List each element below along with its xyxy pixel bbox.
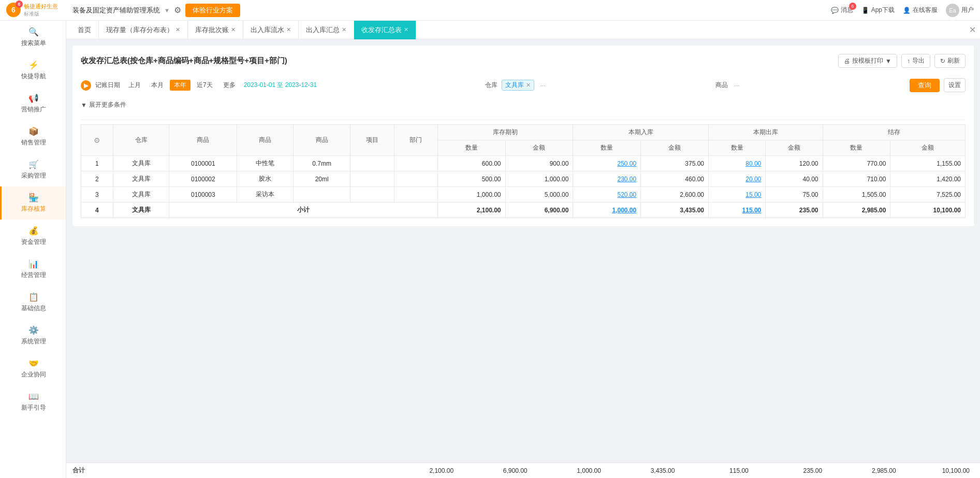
top-right-area: 💬 消息 6 📱 App下载 👤 在线客服 Ea 用户 (831, 4, 974, 17)
table-settings-icon[interactable]: ⚙ (94, 136, 100, 144)
page-card: 收发存汇总表(按仓库+商品编码+商品+规格型号+项目+部门) 🖨 按模板打印 ▼… (72, 46, 974, 226)
sidebar-item-system[interactable]: ⚙️ 系统管理 (0, 319, 66, 352)
query-button[interactable]: 查询 (910, 79, 940, 92)
sub-in-qty[interactable]: 1,000.00 (573, 202, 641, 218)
sidebar-item-management[interactable]: 📊 经营管理 (0, 253, 66, 286)
tab-summary[interactable]: 出入库汇总 ✕ (299, 21, 354, 39)
finance-icon: 💰 (28, 226, 39, 236)
phone-icon: 📱 (861, 7, 869, 14)
purchase-icon: 🛒 (28, 160, 39, 169)
content-area: 首页 现存量（库存分布表） ✕ 库存批次账 ✕ 出入库流水 ✕ 出入库汇总 ✕ … (66, 21, 980, 478)
footer-open-amt: 6,900.00 (458, 467, 531, 474)
logo-badge: 6 (16, 1, 23, 8)
sidebar-item-finance[interactable]: 💰 资金管理 (0, 220, 66, 253)
sys-title-arrow: ▼ (164, 7, 170, 13)
sidebar-item-inventory[interactable]: 🏪 库存核算 (0, 186, 66, 220)
sidebar-item-marketing[interactable]: 📢 营销推广 (0, 87, 66, 120)
date-buttons: 上月 本月 本年 近7天 更多 (124, 80, 240, 91)
refresh-icon: ↻ (940, 57, 945, 65)
date-btn-this-year[interactable]: 本年 (170, 80, 191, 91)
app-name: 畅捷通好生意 (24, 3, 58, 10)
tab-close-icon[interactable]: ✕ (175, 26, 180, 33)
warehouse-more-btn[interactable]: ··· (538, 82, 548, 89)
th-open-qty: 数量 (437, 140, 505, 156)
cell-in-amt: 460.00 (641, 171, 709, 187)
refresh-button[interactable]: ↻ 刷新 (934, 54, 966, 68)
expand-button[interactable]: ▼ 展开更多条件 (81, 100, 126, 109)
cell-open-amt: 5,000.00 (505, 187, 573, 202)
warehouse-tag-close[interactable]: ✕ (526, 82, 531, 89)
filter-toggle-button[interactable]: ▶ (81, 80, 91, 91)
cell-out-qty[interactable]: 20.00 (709, 171, 766, 187)
footer-values: 2,100.00 6,900.00 1,000.00 3,435.00 115.… (114, 467, 974, 474)
settings-button[interactable]: 设置 (944, 78, 966, 92)
cell-in-qty[interactable]: 520.00 (573, 187, 641, 202)
sidebar-item-sales[interactable]: 📦 销售管理 (0, 120, 66, 153)
expand-row: ▼ 展开更多条件 (81, 98, 126, 111)
export-button[interactable]: ↑ 导出 (901, 54, 930, 68)
th-settings[interactable]: ⚙ (81, 125, 113, 156)
cell-in-qty[interactable]: 230.00 (573, 171, 641, 187)
table-row: 1 文具库 0100001 中性笔 0.7mm 600.00 900.00 25… (81, 156, 966, 171)
guide-icon: 📖 (28, 392, 39, 401)
tab-home[interactable]: 首页 (70, 21, 99, 39)
footer-bar: 合计 2,100.00 6,900.00 1,000.00 3,435.00 1… (66, 462, 980, 478)
cell-warehouse: 文具库 (113, 156, 169, 171)
sidebar-item-quick[interactable]: ⚡ 快捷导航 (0, 54, 66, 87)
user-menu[interactable]: Ea 用户 (946, 4, 974, 17)
settings-icon[interactable]: ⚙ (174, 5, 181, 15)
cell-open-qty: 500.00 (437, 171, 505, 187)
quick-icon: ⚡ (28, 60, 39, 70)
online-service-btn[interactable]: 👤 在线客服 (903, 6, 938, 15)
tab-close-icon[interactable]: ✕ (404, 26, 408, 33)
cell-out-qty[interactable]: 15.00 (709, 187, 766, 202)
tab-batch[interactable]: 库存批次账 ✕ (188, 21, 243, 39)
cell-in-qty[interactable]: 250.00 (573, 156, 641, 171)
tab-flow[interactable]: 出入库流水 ✕ (243, 21, 299, 39)
date-btn-last-month[interactable]: 上月 (124, 80, 145, 91)
cell-name: 采访本 (237, 187, 294, 202)
th-bal-amt: 金额 (890, 140, 966, 156)
sidebar-item-purchase[interactable]: 🛒 采购管理 (0, 153, 66, 186)
sub-bal-qty: 2,985.00 (823, 202, 890, 218)
cell-out-qty[interactable]: 80.00 (709, 156, 766, 171)
tab-recv-summary[interactable]: 收发存汇总表 ✕ (354, 21, 416, 39)
message-badge: 6 (849, 3, 856, 10)
tab-close-icon[interactable]: ✕ (286, 26, 291, 33)
print-arrow-icon: ▼ (885, 57, 891, 65)
date-btn-7days[interactable]: 近7天 (193, 80, 217, 91)
message-btn[interactable]: 💬 消息 6 (831, 6, 853, 15)
sub-no: 4 (81, 202, 113, 218)
goods-more-btn[interactable]: ··· (732, 82, 741, 89)
trial-button[interactable]: 体验行业方案 (185, 4, 240, 17)
date-btn-this-month[interactable]: 本月 (147, 80, 168, 91)
cell-out-amt: 120.00 (766, 156, 823, 171)
page-content: 收发存汇总表(按仓库+商品编码+商品+规格型号+项目+部门) 🖨 按模板打印 ▼… (66, 39, 980, 462)
basic-icon: 📋 (28, 292, 39, 302)
cell-code: 0100002 (169, 171, 237, 187)
footer-bal-qty: 2,985.00 (826, 467, 900, 474)
cell-open-qty: 1,000.00 (437, 187, 505, 202)
sales-icon: 📦 (28, 126, 39, 136)
tab-inventory-dist[interactable]: 现存量（库存分布表） ✕ (99, 21, 188, 39)
cell-project (350, 156, 394, 171)
cell-spec: 0.7mm (294, 156, 350, 171)
cell-name: 胶水 (237, 171, 294, 187)
sidebar-item-search[interactable]: 🔍 搜索菜单 (0, 21, 66, 54)
sidebar-item-guide[interactable]: 📖 新手引导 (0, 385, 66, 418)
sidebar-item-enterprise[interactable]: 🤝 企业协同 (0, 352, 66, 385)
sub-out-qty[interactable]: 115.00 (709, 202, 766, 218)
date-range-display: 2023-01-01 至 2023-12-31 (244, 81, 317, 90)
tab-bar-close-icon[interactable]: ✕ (969, 25, 976, 35)
print-button[interactable]: 🖨 按模板打印 ▼ (838, 54, 897, 68)
sidebar-item-basic[interactable]: 📋 基础信息 (0, 286, 66, 319)
date-btn-more[interactable]: 更多 (219, 80, 240, 91)
tab-close-icon[interactable]: ✕ (231, 26, 236, 33)
th-in-qty: 数量 (573, 140, 641, 156)
app-download-btn[interactable]: 📱 App下载 (861, 6, 895, 15)
cell-warehouse: 文具库 (113, 187, 169, 202)
cell-dept (394, 187, 437, 202)
th-open-amt: 金额 (505, 140, 573, 156)
sub-out-amt: 235.00 (766, 202, 823, 218)
tab-close-icon[interactable]: ✕ (342, 26, 346, 33)
